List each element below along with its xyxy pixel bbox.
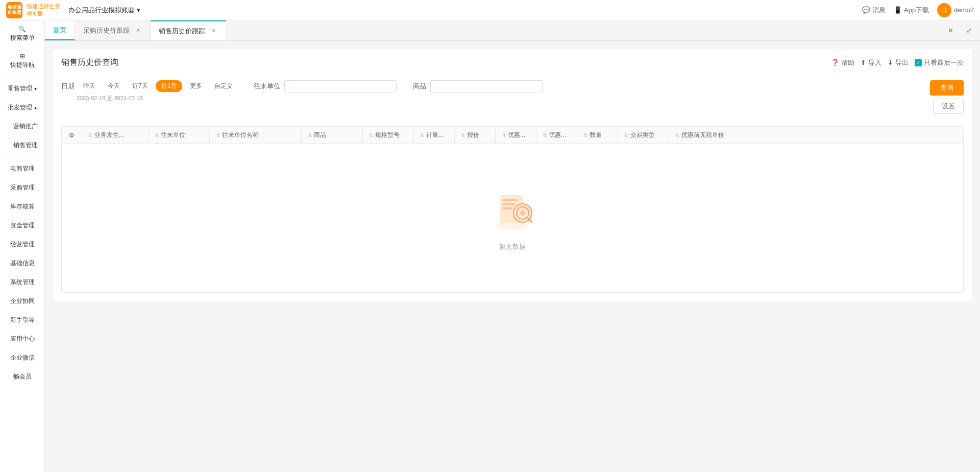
chevron-up-icon: ▴ xyxy=(34,105,37,110)
th-business-date[interactable]: ⇅ 业务发生... xyxy=(82,127,149,144)
sidebar-item-finance-mgmt[interactable]: 资金管理 xyxy=(0,216,44,235)
sidebar-item-sales-mgmt[interactable]: 销售管理 xyxy=(0,136,44,155)
tab-close-all-button[interactable]: ✕ xyxy=(943,23,958,38)
svg-rect-3 xyxy=(502,203,515,205)
tab-purchase-history[interactable]: 采购历史价跟踪 ✕ xyxy=(75,20,151,40)
view-last-checkbox[interactable]: ✓ xyxy=(915,59,922,66)
th-settings[interactable]: ⚙ xyxy=(62,127,82,144)
goods-filter-group: 商品 ... xyxy=(413,80,543,92)
settings-button[interactable]: 设置 xyxy=(933,99,964,114)
chevron-down-icon: ▾ xyxy=(137,6,140,14)
sidebar-item-member[interactable]: 畅会员 xyxy=(0,367,44,386)
page-title-row: 销售历史价查询 ❓ 帮助 ⬆ 导入 ⬇ 导出 xyxy=(61,57,964,68)
sidebar-item-marketing[interactable]: 营销推广 xyxy=(0,117,44,136)
th-trade-type[interactable]: ⇅ 交易类型 xyxy=(618,127,669,144)
help-icon: ❓ xyxy=(831,59,839,66)
sidebar-item-retail-mgmt[interactable]: 零售管理 ▾ xyxy=(0,79,44,98)
sidebar-item-quick-nav[interactable]: ⊞ 快捷导航 xyxy=(0,48,44,75)
sidebar-item-system-mgmt[interactable]: 系统管理 xyxy=(0,273,44,292)
th-discount1[interactable]: ⇅ 优惠... xyxy=(496,127,536,144)
topbar: 畅捷通好生意 畅捷通好生意 标准版 办公用品行业模拟账套 ▾ 💬 消息 📱 Ap… xyxy=(0,0,980,20)
th-goods[interactable]: ⇅ 商品 xyxy=(302,127,363,144)
main-layout: 🔍 搜索菜单 ⊞ 快捷导航 零售管理 ▾ 批发管理 ▴ 营销推广 销售管理 电商… xyxy=(0,20,980,472)
sort-icon: ⇅ xyxy=(88,132,92,138)
settings-icon: ⚙ xyxy=(69,132,75,139)
sidebar-item-enterprise-wechat[interactable]: 企业微信 xyxy=(0,348,44,367)
app-download-button[interactable]: 📱 App下载 xyxy=(894,6,929,15)
sidebar-divider xyxy=(4,77,40,77)
th-unit[interactable]: ⇅ 计量... xyxy=(414,127,455,144)
query-button[interactable]: 查询 xyxy=(930,80,964,96)
table-header: ⚙ ⇅ 业务发生... ⇅ 往来单位 ⇅ 往来单位名称 xyxy=(62,127,963,144)
goods-filter-input[interactable]: ... xyxy=(430,80,543,92)
filter-row: 日期 昨天 今天 近7天 近1月 更多 自定义 xyxy=(61,76,964,118)
partner-filter-label: 往来单位 xyxy=(254,82,280,91)
sort-icon-5: ⇅ xyxy=(369,132,373,138)
partner-filter-group: 往来单位 ... xyxy=(254,80,397,92)
date-btn-more[interactable]: 更多 xyxy=(185,80,207,92)
date-btn-yesterday[interactable]: 昨天 xyxy=(79,80,100,92)
sidebar-item-purchase-mgmt[interactable]: 采购管理 xyxy=(0,178,44,197)
filter-actions: 查询 设置 xyxy=(930,80,964,114)
page-title: 销售历史价查询 xyxy=(61,57,118,68)
th-pre-tax-price[interactable]: ⇅ 优惠前无税单价 xyxy=(669,127,963,144)
date-btn-custom[interactable]: 自定义 xyxy=(210,80,237,92)
content-area: 首页 采购历史价跟踪 ✕ 销售历史价跟踪 ✕ ✕ ⤢ 销售历史价查询 xyxy=(45,20,980,472)
logo-icon: 畅捷通好生意 xyxy=(6,2,22,18)
tab-home[interactable]: 首页 xyxy=(45,20,75,40)
help-button[interactable]: ❓ 帮助 xyxy=(831,58,854,67)
sidebar-item-ops-mgmt[interactable]: 经营管理 xyxy=(0,235,44,254)
sort-icon-11: ⇅ xyxy=(624,132,628,138)
th-quoted-price[interactable]: ⇅ 报价 xyxy=(455,127,496,144)
topbar-right: 💬 消息 📱 App下载 D demo2 xyxy=(862,3,974,17)
date-btn-7days[interactable]: 近7天 xyxy=(128,80,153,92)
tab-expand-button[interactable]: ⤢ xyxy=(962,23,976,38)
sidebar: 🔍 搜索菜单 ⊞ 快捷导航 零售管理 ▾ 批发管理 ▴ 营销推广 销售管理 电商… xyxy=(0,20,45,472)
sidebar-item-enterprise-collab[interactable]: 企业协同 xyxy=(0,292,44,311)
date-btn-1month[interactable]: 近1月 xyxy=(156,80,183,92)
partner-filter-input[interactable]: ... xyxy=(284,80,397,92)
sidebar-item-basic-info[interactable]: 基础信息 xyxy=(0,254,44,273)
app-selector[interactable]: 办公用品行业模拟账套 ▾ xyxy=(64,4,144,17)
tab-close-purchase-history[interactable]: ✕ xyxy=(134,27,142,35)
download-icon: 📱 xyxy=(894,6,902,14)
tab-close-sales-history[interactable]: ✕ xyxy=(209,27,217,35)
message-icon: 💬 xyxy=(862,6,870,14)
sidebar-item-wholesale-mgmt[interactable]: 批发管理 ▴ xyxy=(0,98,44,117)
sidebar-divider-2 xyxy=(4,157,40,157)
sidebar-item-new-guide[interactable]: 新手引导 xyxy=(0,311,44,329)
th-spec[interactable]: ⇅ 规格型号 xyxy=(363,127,414,144)
sort-icon-4: ⇅ xyxy=(308,132,312,138)
empty-state: 暂无数据 xyxy=(62,144,963,292)
th-partner-code[interactable]: ⇅ 往来单位 xyxy=(149,127,210,144)
empty-text: 暂无数据 xyxy=(499,242,526,251)
tab-sales-history[interactable]: 销售历史价跟踪 ✕ xyxy=(151,20,226,40)
sort-icon-2: ⇅ xyxy=(155,132,159,138)
table-container: ⚙ ⇅ 业务发生... ⇅ 往来单位 ⇅ 往来单位名称 xyxy=(61,126,964,293)
th-quantity[interactable]: ⇅ 数量 xyxy=(577,127,618,144)
sort-icon-9: ⇅ xyxy=(543,132,547,138)
tab-bar: 首页 采购历史价跟踪 ✕ 销售历史价跟踪 ✕ ✕ ⤢ xyxy=(45,20,980,41)
th-partner-name[interactable]: ⇅ 往来单位名称 xyxy=(210,127,302,144)
th-discount2[interactable]: ⇅ 优惠... xyxy=(536,127,577,144)
svg-rect-4 xyxy=(502,207,512,209)
page-title-actions: ❓ 帮助 ⬆ 导入 ⬇ 导出 ✓ 只看最后一次 xyxy=(831,58,964,67)
sort-icon-3: ⇅ xyxy=(216,132,220,138)
sort-icon-7: ⇅ xyxy=(461,132,465,138)
message-button[interactable]: 💬 消息 xyxy=(862,6,886,15)
date-btn-today[interactable]: 今天 xyxy=(103,80,125,92)
avatar: D xyxy=(937,3,951,17)
tab-actions: ✕ ⤢ xyxy=(939,20,980,40)
sidebar-item-app-center[interactable]: 应用中心 xyxy=(0,329,44,348)
import-button[interactable]: ⬆ 导入 xyxy=(861,58,881,67)
import-icon: ⬆ xyxy=(861,59,866,66)
goods-filter-label: 商品 xyxy=(413,82,426,91)
date-filters: 昨天 今天 近7天 近1月 更多 自定义 xyxy=(79,80,237,92)
sidebar-item-ecom-mgmt[interactable]: 电商管理 xyxy=(0,159,44,178)
export-button[interactable]: ⬇ 导出 xyxy=(888,58,909,67)
user-menu[interactable]: D demo2 xyxy=(937,3,974,17)
view-last-checkbox-group[interactable]: ✓ 只看最后一次 xyxy=(915,58,964,67)
date-filter-group: 日期 昨天 今天 近7天 近1月 更多 自定义 xyxy=(61,80,237,102)
sidebar-item-search-menu[interactable]: 🔍 搜索菜单 xyxy=(0,20,44,48)
sidebar-item-inventory[interactable]: 库存核算 xyxy=(0,197,44,216)
